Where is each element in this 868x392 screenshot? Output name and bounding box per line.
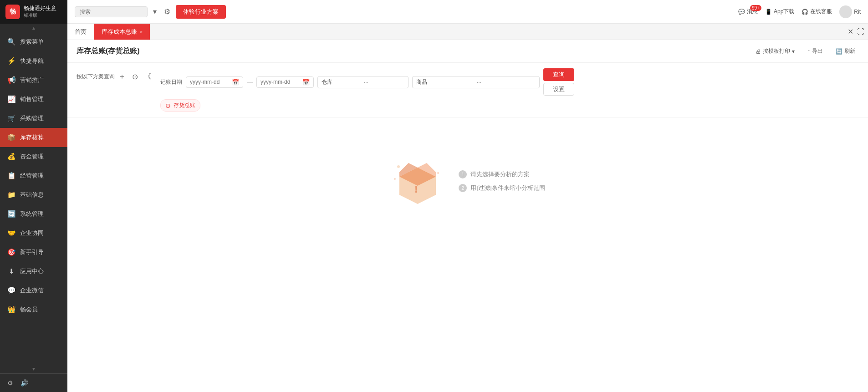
page-content: 库存总账(存货总账) 🖨 按模板打印 ▾ ↑ 导出 🔄 刷新 [67, 40, 868, 392]
app-download-item[interactable]: 📱 App下载 [765, 8, 794, 15]
tab-home-label: 首页 [75, 28, 87, 36]
app-edition: 标准版 [24, 12, 56, 19]
sidebar-item-finance[interactable]: 💰 资金管理 [0, 147, 67, 166]
sidebar-item-system[interactable]: 🔄 系统管理 [0, 204, 67, 224]
nav-icon-basic-info: 📁 [7, 191, 15, 199]
filter-add-btn[interactable]: ＋ [117, 71, 128, 82]
svg-point-5 [397, 165, 400, 168]
empty-state: ! 1 请先选择要分析的方案 2 用[过滤]条件来缩小分析范 [67, 117, 868, 245]
print-dropdown-icon: ▾ [792, 48, 795, 55]
dropdown-btn[interactable]: ▾ [151, 5, 158, 18]
expand-btn[interactable]: ⛶ [857, 28, 864, 36]
logo-text-group: 畅捷通好生意 标准版 [24, 5, 56, 19]
nav-icon-system: 🔄 [7, 210, 15, 218]
sidebar-item-operation[interactable]: 📋 经营管理 [0, 166, 67, 185]
message-item[interactable]: 💬 消息 99+ [738, 8, 758, 15]
audio-icon[interactable]: 🔊 [20, 379, 28, 387]
settings-icon[interactable]: ⚙ [7, 379, 13, 387]
nav-label-app-center: 应用中心 [20, 267, 44, 275]
sidebar-item-newbie[interactable]: 🎯 新手引导 [0, 243, 67, 262]
nav-label-newbie: 新手引导 [20, 248, 44, 256]
search-input[interactable] [75, 6, 148, 17]
sidebar: 畅 畅捷通好生意 标准版 ▲ 🔍 搜索菜单 ⚡ 快捷导航 📢 营销推广 📈 销售… [0, 0, 67, 392]
export-label: 导出 [812, 47, 823, 55]
sidebar-item-quick-nav[interactable]: ⚡ 快捷导航 [0, 51, 67, 71]
nav-icon-sales: 📈 [7, 95, 15, 103]
date-start-input[interactable] [190, 79, 230, 85]
svg-text:!: ! [414, 183, 418, 195]
nav-icon-finance: 💰 [7, 153, 15, 161]
nav-label-vip: 畅会员 [20, 305, 38, 314]
filter-collapse-btn[interactable]: 《 [142, 71, 153, 82]
goods-more-icon[interactable]: ··· [477, 79, 536, 85]
export-icon: ↑ [807, 48, 810, 55]
nav-label-inventory: 库存核算 [20, 133, 44, 142]
tab-close-icon[interactable]: × [140, 29, 143, 35]
headset-icon: 🎧 [802, 9, 808, 15]
sidebar-item-vip[interactable]: 👑 畅会员 [0, 300, 67, 319]
message-icon: 💬 [738, 9, 745, 15]
filter-area: 按以下方案查询 ＋ ⊙ 《 记账日期 📅 — [67, 63, 868, 117]
goods-select[interactable]: 商品 ··· [412, 76, 540, 88]
page-title: 库存总账(存货总账) [77, 46, 140, 56]
sidebar-footer: ⚙ 🔊 [0, 373, 67, 392]
svg-point-6 [437, 172, 439, 174]
tip-item-2: 2 用[过滤]条件来缩小分析范围 [459, 184, 545, 192]
sidebar-nav: 🔍 搜索菜单 ⚡ 快捷导航 📢 营销推广 📈 销售管理 🛒 采购管理 📦 库存核… [0, 32, 67, 365]
export-btn[interactable]: ↑ 导出 [804, 46, 827, 57]
nav-label-finance: 资金管理 [20, 153, 44, 161]
date-end-input[interactable] [260, 79, 301, 85]
user-name: Rit [854, 9, 861, 15]
sidebar-item-basic-info[interactable]: 📁 基础信息 [0, 185, 67, 204]
topbar-settings-btn[interactable]: ⚙ [162, 5, 172, 18]
sidebar-item-purchase[interactable]: 🛒 采购管理 [0, 109, 67, 128]
scheme-tag[interactable]: ⊙ 存货总账 [160, 99, 200, 112]
sidebar-item-marketing[interactable]: 📢 营销推广 [0, 71, 67, 90]
trial-btn[interactable]: 体验行业方案 [176, 5, 226, 19]
app-download-icon: 📱 [765, 9, 772, 15]
tab-home[interactable]: 首页 [67, 24, 94, 40]
filter-add-controls: 按以下方案查询 ＋ ⊙ 《 [77, 68, 153, 82]
setup-btn[interactable]: 设置 [543, 83, 574, 96]
goods-label: 商品 [416, 78, 475, 86]
nav-icon-purchase: 🛒 [7, 114, 15, 122]
calendar-start-icon[interactable]: 📅 [232, 79, 239, 86]
sidebar-item-search-menu[interactable]: 🔍 搜索菜单 [0, 32, 67, 51]
sidebar-item-corp[interactable]: 🤝 企业协同 [0, 224, 67, 243]
nav-label-basic-info: 基础信息 [20, 191, 44, 199]
app-logo: 畅 畅捷通好生意 标准版 [0, 0, 67, 24]
nav-icon-marketing: 📢 [7, 76, 15, 84]
sidebar-item-inventory[interactable]: 📦 库存核算 [0, 128, 67, 147]
sidebar-item-app-center[interactable]: ⬇ 应用中心 [0, 262, 67, 281]
sidebar-item-corp-wechat[interactable]: 💬 企业微信 [0, 281, 67, 300]
scheme-icon: ⊙ [165, 102, 171, 109]
print-btn[interactable]: 🖨 按模板打印 ▾ [752, 46, 798, 57]
tab-inventory-ledger[interactable]: 库存成本总账 × [94, 24, 150, 40]
refresh-btn[interactable]: 🔄 刷新 [832, 46, 859, 57]
nav-label-corp-wechat: 企业微信 [20, 286, 44, 295]
calendar-end-icon[interactable]: 📅 [302, 79, 310, 86]
query-btn[interactable]: 查询 [543, 68, 574, 81]
warehouse-select[interactable]: 仓库 ··· [317, 76, 408, 88]
nav-icon-newbie: 🎯 [7, 248, 15, 256]
print-label: 按模板打印 [763, 47, 790, 55]
close-panel-btn[interactable]: ✕ [848, 27, 853, 36]
user-item[interactable]: Rit [839, 5, 861, 18]
tabs-right: ✕ ⛶ [848, 27, 868, 36]
refresh-label: 刷新 [844, 47, 855, 55]
filter-settings-btn[interactable]: ⊙ [129, 71, 140, 82]
sidebar-scroll-down[interactable]: ▼ [0, 365, 67, 373]
nav-label-purchase: 采购管理 [20, 114, 44, 122]
warehouse-label: 仓库 [322, 78, 362, 86]
filter-label: 按以下方案查询 [77, 73, 115, 81]
online-support-item[interactable]: 🎧 在线客服 [802, 8, 832, 15]
scheme-tag-label: 存货总账 [174, 102, 195, 109]
sidebar-scroll-up[interactable]: ▲ [0, 24, 67, 32]
tab-inventory-label: 库存成本总账 [102, 28, 137, 36]
tip-text-2: 用[过滤]条件来缩小分析范围 [470, 184, 545, 192]
nav-label-marketing: 营销推广 [20, 76, 44, 84]
warehouse-more-icon[interactable]: ··· [364, 79, 404, 85]
page-card: 库存总账(存货总账) 🖨 按模板打印 ▾ ↑ 导出 🔄 刷新 [67, 40, 868, 392]
user-avatar [839, 5, 852, 18]
sidebar-item-sales[interactable]: 📈 销售管理 [0, 90, 67, 109]
